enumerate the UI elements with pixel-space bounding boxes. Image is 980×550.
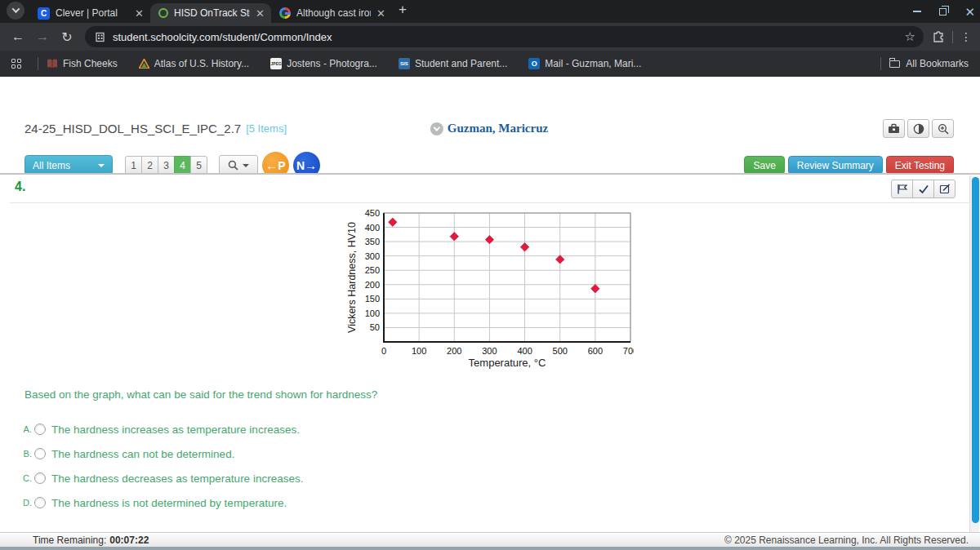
items-count-badge: [5 Items] — [246, 122, 287, 135]
tab-search-button[interactable] — [7, 2, 24, 20]
option-letter: C. — [19, 473, 32, 483]
svg-text:700: 700 — [623, 346, 634, 356]
chevron-circle-icon — [430, 122, 443, 135]
page-button-2[interactable]: 2 — [141, 156, 158, 175]
chevron-down-icon — [11, 5, 20, 13]
svg-text:100: 100 — [412, 346, 426, 356]
tab-close-icon[interactable]: ✕ — [376, 8, 385, 19]
bookmark-fish-cheeks[interactable]: Fish Cheeks — [47, 58, 118, 69]
bookmark-label: Jostens - Photogra... — [287, 58, 377, 69]
page-button-3[interactable]: 3 — [158, 156, 175, 175]
outlook-favicon-icon: O — [528, 58, 540, 69]
copyright-text: © 2025 Renaissance Learning, Inc. All Ri… — [724, 534, 969, 546]
bookmark-atlas[interactable]: Atlas of U.S. History... — [139, 58, 249, 69]
svg-text:Temperature, °C: Temperature, °C — [469, 357, 546, 369]
bookmarks-divider — [880, 57, 881, 70]
tab-close-icon[interactable]: ✕ — [256, 8, 265, 19]
address-bar[interactable]: student.schoolcity.com/student/Common/In… — [85, 26, 924, 47]
checkmark-icon — [918, 184, 929, 194]
minimize-icon[interactable] — [913, 11, 921, 12]
toolbox-button[interactable] — [883, 119, 905, 138]
svg-text:400: 400 — [517, 346, 532, 356]
student-name-toggle[interactable]: Guzman, Maricruz — [430, 122, 548, 135]
clever-favicon-icon: C — [38, 7, 50, 20]
close-icon[interactable]: ✕ — [964, 6, 975, 18]
tab-close-icon[interactable]: ✕ — [135, 8, 144, 19]
svg-text:350: 350 — [365, 237, 380, 246]
option-a[interactable]: A. The hardness increases as temperature… — [19, 417, 980, 441]
svg-text:100: 100 — [365, 308, 380, 318]
svg-text:300: 300 — [482, 346, 497, 356]
tab-title: Clever | Portal — [56, 7, 129, 19]
page-button-4-active[interactable]: 4 — [174, 156, 191, 175]
radio-button[interactable] — [34, 424, 46, 435]
svg-text:500: 500 — [553, 346, 568, 356]
restore-icon[interactable] — [939, 8, 947, 16]
option-text: The hardness is not determined by temper… — [51, 497, 287, 509]
extensions-puzzle-icon[interactable] — [932, 30, 945, 43]
radio-button[interactable] — [34, 497, 46, 508]
page-button-5[interactable]: 5 — [190, 156, 207, 175]
reload-icon[interactable]: ↻ — [57, 29, 77, 45]
arrow-left-icon: ← — [265, 158, 278, 172]
question-prompt: Based on the graph, what can be said for… — [24, 388, 980, 401]
bookmark-outlook-mail[interactable]: O Mail - Guzman, Mari... — [528, 58, 641, 69]
question-toolbar — [892, 180, 956, 198]
time-remaining-label: Time Remaining: — [33, 534, 106, 546]
item-pager: 1 2 3 4 5 — [125, 156, 207, 175]
exit-testing-button[interactable]: Exit Testing — [886, 156, 954, 175]
option-c[interactable]: C. The hardness decreases as temperature… — [19, 466, 980, 490]
page-button-1[interactable]: 1 — [125, 156, 142, 175]
chevron-down-icon — [243, 164, 249, 167]
apps-grid-icon[interactable] — [11, 59, 21, 69]
renaissance-favicon-icon — [158, 8, 168, 18]
save-button[interactable]: Save — [744, 156, 784, 175]
bookmark-jostens[interactable]: JPEG Jostens - Photogra... — [270, 58, 377, 69]
zoom-button[interactable] — [932, 119, 954, 138]
url-text[interactable]: student.schoolcity.com/student/Common/In… — [113, 31, 898, 43]
bookmark-sis[interactable]: SIS Student and Parent... — [399, 58, 507, 69]
question-number: 4. — [15, 180, 25, 194]
all-bookmarks-button[interactable]: All Bookmarks — [906, 58, 969, 69]
bookmark-star-icon[interactable]: ☆ — [905, 29, 915, 44]
atlas-triangle-icon — [139, 59, 149, 69]
option-text: The hardness can not be determined. — [51, 448, 234, 460]
contrast-button[interactable] — [907, 119, 929, 138]
bookmarks-bar: Fish Cheeks Atlas of U.S. History... JPE… — [0, 51, 980, 77]
question-panel: 4. — [0, 173, 980, 532]
svg-text:400: 400 — [365, 223, 380, 233]
option-letter: B. — [19, 449, 32, 459]
option-d[interactable]: D. The hardness is not determined by tem… — [19, 490, 980, 515]
search-icon — [228, 160, 238, 171]
browser-menu-icon[interactable]: ⋮ — [960, 30, 972, 43]
new-tab-button[interactable]: + — [399, 2, 407, 18]
bookmark-label: Fish Cheeks — [63, 58, 118, 69]
radio-button[interactable] — [34, 448, 46, 459]
folder-icon — [889, 60, 900, 68]
scrollbar-thumb[interactable] — [972, 177, 979, 523]
scrollbar-track[interactable] — [969, 175, 979, 532]
test-title: 24-25_HISD_DOL_HS_SCI_E_IPC_2.7 — [24, 122, 241, 135]
bookmark-label: Student and Parent... — [415, 58, 507, 69]
notes-button[interactable] — [933, 180, 956, 198]
svg-text:200: 200 — [447, 346, 461, 356]
chart-area: 0100200300400500600700501001502002503003… — [0, 207, 980, 369]
site-info-icon[interactable] — [95, 32, 105, 42]
browser-toolbar: ← → ↻ student.schoolcity.com/student/Com… — [0, 23, 980, 51]
back-icon[interactable]: ← — [8, 29, 28, 44]
window-controls: ✕ — [913, 0, 975, 23]
jpeg-favicon-icon: JPEG — [270, 58, 282, 69]
mark-answer-button[interactable] — [912, 180, 934, 198]
option-b[interactable]: B. The hardness can not be determined. — [19, 441, 980, 466]
forward-icon[interactable]: → — [33, 29, 52, 44]
option-text: The hardness increases as temperature in… — [51, 424, 300, 436]
review-summary-button[interactable]: Review Summary — [788, 156, 883, 175]
flag-question-button[interactable] — [891, 180, 913, 198]
tab-hisd-ontrack[interactable]: HISD OnTrack Student | Renais ✕ — [150, 3, 271, 23]
radio-button[interactable] — [34, 472, 46, 484]
edit-note-icon — [939, 184, 951, 194]
hardness-chart: 0100200300400500600700501001502002503003… — [346, 207, 634, 369]
contrast-icon — [913, 123, 924, 135]
tab-google-search[interactable]: Although cast iron will conduct ✕ — [271, 3, 392, 23]
tab-clever-portal[interactable]: C Clever | Portal ✕ — [29, 3, 150, 23]
